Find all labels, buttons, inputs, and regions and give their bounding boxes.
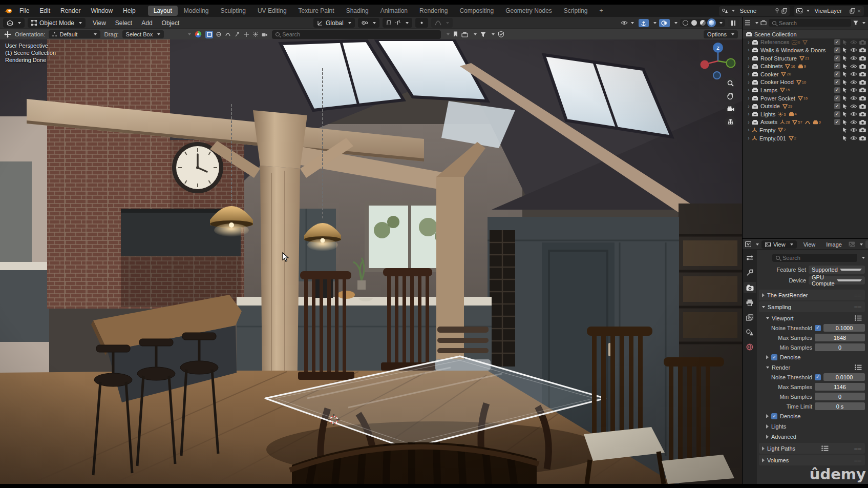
exclude-checkbox[interactable]: ✓ (834, 87, 840, 93)
preset-menu-icon[interactable] (855, 364, 862, 370)
blender-logo-icon[interactable] (4, 8, 12, 14)
tab-output[interactable] (744, 297, 756, 308)
panel-volumes[interactable]: Volumes══ (759, 455, 865, 465)
field-value[interactable]: 0 s (815, 402, 865, 410)
panel-drag-handle[interactable]: ══ (854, 446, 862, 451)
scene-name[interactable]: Scene (737, 8, 773, 14)
section-lights[interactable]: Lights (759, 421, 865, 432)
outliner-search[interactable] (769, 19, 851, 27)
properties-search[interactable] (772, 254, 857, 262)
shading-rendered-button[interactable] (709, 20, 714, 26)
denoise-checkbox[interactable]: ✓ (771, 413, 777, 419)
field-value[interactable]: 0.1000 (823, 324, 865, 332)
filter-curve-icon[interactable] (224, 31, 231, 38)
workspace-tab-texture-paint[interactable]: Texture Paint (293, 6, 340, 16)
hide-eye-icon[interactable] (850, 96, 857, 100)
expand-chevron[interactable]: › (746, 71, 752, 77)
hide-eye-icon[interactable] (850, 64, 857, 69)
hide-eye-icon[interactable] (850, 56, 857, 60)
menu-file[interactable]: File (15, 6, 33, 15)
expand-chevron[interactable]: › (746, 39, 752, 45)
drag-setting-dropdown[interactable]: Select Box (122, 30, 164, 38)
expand-chevron[interactable]: › (746, 79, 752, 85)
selectable-icon[interactable] (842, 127, 848, 133)
tab-scene[interactable] (744, 327, 756, 338)
outliner-row-lamps[interactable]: ›Lamps15✓ (743, 86, 868, 94)
filter-armature-icon[interactable] (233, 31, 241, 38)
panel-fastrender[interactable]: The FastRender ══ (759, 290, 865, 300)
workspace-tab-rendering[interactable]: Rendering (414, 6, 453, 16)
field-checkbox[interactable]: ✓ (815, 374, 821, 380)
panel-drag-handle[interactable]: ══ (854, 293, 862, 298)
expand-chevron[interactable]: › (746, 64, 752, 69)
expand-chevron[interactable]: › (746, 55, 752, 61)
disable-render-camera-icon[interactable] (859, 112, 866, 116)
panel-light-paths[interactable]: Light Paths══ (759, 443, 865, 454)
field-value[interactable]: 0.0100 (823, 373, 865, 381)
hide-eye-icon[interactable] (850, 120, 857, 125)
disable-render-camera-icon[interactable] (859, 88, 866, 92)
expand-chevron[interactable]: › (746, 135, 752, 141)
tab-render[interactable] (744, 282, 756, 293)
zoom-tool-button[interactable] (725, 77, 736, 89)
tab-world[interactable] (744, 341, 756, 353)
outliner-row-assets[interactable]: ›Assets28570✓ (743, 118, 868, 127)
shield-check-icon[interactable] (498, 31, 504, 37)
pivot-point-dropdown[interactable] (358, 18, 379, 28)
selectable-icon[interactable] (842, 111, 848, 117)
expand-chevron[interactable]: › (746, 127, 752, 133)
selectable-icon[interactable] (842, 39, 848, 45)
collections-visibility-icon[interactable] (461, 32, 468, 37)
menu-help[interactable]: Help (119, 6, 140, 15)
orientation-setting-dropdown[interactable]: Default (49, 30, 100, 38)
image-display-dropdown[interactable]: View (761, 240, 797, 249)
outliner-row-cooker-hood[interactable]: ›Cooker Hood10✓ (743, 78, 868, 87)
image-editor-image-menu[interactable]: Image (822, 240, 846, 249)
exclude-checkbox[interactable]: ✓ (834, 103, 840, 109)
panel-sampling[interactable]: Sampling ══ (759, 301, 865, 312)
section-render[interactable]: Render (759, 362, 865, 372)
outliner-row-empty-001[interactable]: ›Empty.0012 (743, 134, 868, 143)
transform-orientation-dropdown[interactable]: Global (313, 18, 355, 28)
workspace-tab-sculpting[interactable]: Sculpting (215, 6, 251, 16)
outliner-row-cabinets[interactable]: ›Cabinets169✓ (743, 62, 868, 70)
disable-render-camera-icon[interactable] (859, 128, 866, 132)
snap-group[interactable] (383, 18, 412, 28)
section-viewport[interactable]: Viewport (759, 313, 865, 323)
filter-empty-icon[interactable] (242, 31, 250, 38)
show-gizmos-toggle[interactable] (639, 19, 649, 27)
selectable-icon[interactable] (842, 47, 848, 53)
field-value[interactable]: 1648 (815, 334, 865, 341)
field-value[interactable]: 0 (815, 393, 865, 400)
hide-eye-icon[interactable] (850, 72, 857, 76)
expand-chevron[interactable]: › (746, 87, 752, 93)
new-image-button[interactable]: + New (865, 240, 868, 248)
exclude-checkbox[interactable]: ✓ (834, 111, 840, 117)
new-viewlayer-icon[interactable] (850, 8, 855, 14)
filter-surface-icon[interactable] (215, 31, 222, 38)
hide-eye-icon[interactable] (850, 88, 857, 92)
selectable-icon[interactable] (842, 79, 848, 85)
workspace-tab-layout[interactable]: Layout (148, 6, 178, 16)
selectable-icon[interactable] (842, 87, 848, 93)
field-value[interactable]: 0 (815, 343, 865, 351)
disable-render-camera-icon[interactable] (859, 72, 866, 76)
outliner-row-references[interactable]: ›References6✓ (743, 38, 868, 47)
workspace-tab-uv-editing[interactable]: UV Editing (252, 6, 292, 16)
proportional-editing-button[interactable] (415, 18, 428, 28)
new-scene-icon[interactable] (781, 8, 787, 14)
viewport-menu-select[interactable]: Select (111, 18, 136, 28)
add-workspace-button[interactable]: + (594, 6, 609, 16)
navigation-gizmo[interactable]: Z (697, 40, 738, 82)
viewlayer-selector[interactable]: ViewLayer ✕ (794, 6, 864, 16)
outliner-row-walls-windows-doors[interactable]: ›Walls & Windows & Doors✓ (743, 46, 868, 54)
viewport-menu-view[interactable]: View (89, 18, 110, 28)
image-editor-type-button[interactable] (745, 241, 751, 247)
viewport-denoise-toggle[interactable]: ✓ Denoise (759, 352, 865, 362)
filter-mesh-icon[interactable] (205, 31, 213, 38)
exclude-checkbox[interactable]: ✓ (834, 95, 840, 101)
hide-eye-icon[interactable] (850, 104, 857, 109)
selectable-icon[interactable] (842, 104, 848, 109)
hide-eye-icon[interactable] (850, 112, 857, 116)
properties-search-input[interactable] (782, 255, 854, 261)
